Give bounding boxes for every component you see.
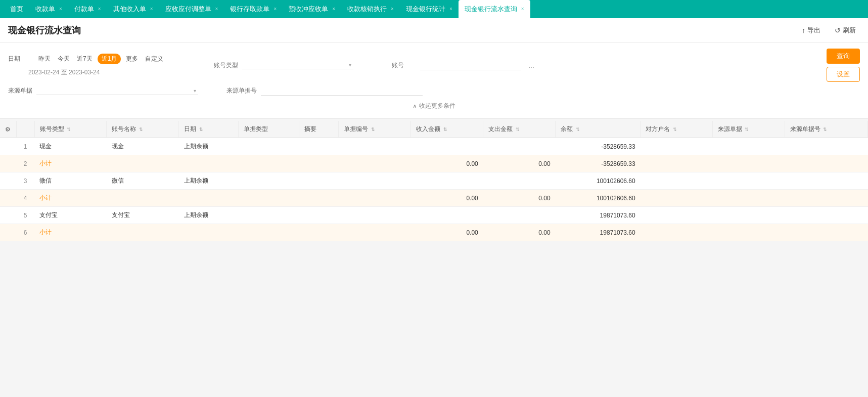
cell-date: 上期余额 [179,207,239,224]
close-icon[interactable]: × [59,0,62,18]
collapse-conditions-bar[interactable]: ∧ 收起更多条件 [8,100,860,112]
cell-doc-type [239,138,299,155]
cell-account-type: 小计 [34,190,107,207]
settings-button[interactable]: 设置 [827,67,860,82]
cell-balance: -3528659.33 [556,138,641,155]
cell-settings [0,190,16,207]
cell-doc-type [239,207,299,224]
export-button[interactable]: ↑ 导出 [798,24,825,37]
cell-expense: 0.00 [483,155,556,172]
chevron-down-icon-2: ▾ [194,88,196,94]
col-source-doc-num[interactable]: 来源单据号 ⇅ [785,121,868,138]
cell-source-doc [713,207,785,224]
account-ellipsis-button[interactable]: ... [525,60,537,70]
refresh-button[interactable]: ↺ 刷新 [831,24,860,37]
col-income[interactable]: 收入金额 ⇅ [411,121,483,138]
close-icon[interactable]: × [449,0,452,18]
source-doc-num-input[interactable] [261,86,423,96]
nav-tab-receipts[interactable]: 收款单 × [29,0,68,18]
cell-account-type: 现金 [34,138,107,155]
close-icon[interactable]: × [332,0,335,18]
cell-date [179,224,239,241]
close-icon[interactable]: × [391,0,394,18]
sort-icon: ⇅ [443,127,447,132]
cell-account-type: 支付宝 [34,207,107,224]
table-body: 1 现金 现金 上期余额 -3528659.33 2 小计 0.00 0.00 … [0,138,868,241]
account-type-select[interactable]: ▾ [242,61,353,69]
cell-balance: 19871073.60 [556,207,641,224]
col-row-num [16,121,34,138]
account-input[interactable] [420,61,521,70]
col-date[interactable]: 日期 ⇅ [179,121,239,138]
date-today-btn[interactable]: 今天 [56,54,72,64]
nav-tab-adjustments[interactable]: 应收应付调整单 × [159,0,224,18]
cell-row-num: 4 [16,190,34,207]
close-icon[interactable]: × [150,0,153,18]
data-table: ⚙ 账号类型 ⇅ 账号名称 ⇅ 日期 ⇅ 单据类型 摘要 单据编号 ⇅ 收入金额… [0,121,868,241]
page-title: 现金银行流水查询 [8,24,81,36]
account-type-label: 账号类型 [214,61,238,70]
close-icon[interactable]: × [521,0,524,18]
cell-source-doc [713,155,785,172]
cell-summary [299,172,339,190]
sort-icon: ⇅ [199,127,203,132]
cell-settings [0,207,16,224]
nav-tab-prepay-offset[interactable]: 预收冲应收单 × [283,0,341,18]
cell-summary [299,138,339,155]
sort-icon: ⇅ [139,127,143,132]
gear-icon: ⚙ [5,126,11,133]
cell-counterparty [641,190,713,207]
date-yesterday-btn[interactable]: 昨天 [36,54,53,64]
col-source-doc[interactable]: 来源单据 ⇅ [713,121,785,138]
cell-source-doc [713,138,785,155]
cell-income: 0.00 [411,155,483,172]
top-navigation: 首页 收款单 × 付款单 × 其他收入单 × 应收应付调整单 × 银行存取款单 … [0,0,868,18]
cell-counterparty [641,207,713,224]
table-settings-col[interactable]: ⚙ [0,121,16,138]
col-account-type[interactable]: 账号类型 ⇅ [34,121,107,138]
cell-expense: 0.00 [483,224,556,241]
cell-account-name [107,224,179,241]
cell-date [179,190,239,207]
close-icon[interactable]: × [215,0,218,18]
cell-counterparty [641,155,713,172]
cell-summary [299,155,339,172]
close-icon[interactable]: × [98,0,101,18]
col-account-name[interactable]: 账号名称 ⇅ [107,121,179,138]
col-doc-type: 单据类型 [239,121,299,138]
nav-tab-other-income[interactable]: 其他收入单 × [107,0,159,18]
date-more-btn[interactable]: 更多 [124,54,140,64]
cell-source-doc-num [785,172,868,190]
cell-source-doc [713,224,785,241]
cell-account-name [107,190,179,207]
source-doc-select[interactable]: ▾ [36,87,198,95]
nav-tab-cash-bank-stats[interactable]: 现金银行统计 × [400,0,459,18]
col-doc-number[interactable]: 单据编号 ⇅ [339,121,411,138]
date-range-display: 2023-02-24 至 2023-03-24 [28,69,100,76]
col-balance[interactable]: 余额 ⇅ [556,121,641,138]
table-row: 1 现金 现金 上期余额 -3528659.33 [0,138,868,155]
nav-tab-cash-bank-flow[interactable]: 现金银行流水查询 × [459,0,530,18]
date-1month-btn[interactable]: 近1月 [98,54,121,64]
cell-source-doc-num [785,207,868,224]
cell-income [411,172,483,190]
cell-counterparty [641,172,713,190]
nav-tab-collection-exec[interactable]: 收款核销执行 × [341,0,400,18]
cell-row-num: 5 [16,207,34,224]
cell-balance: 19871073.60 [556,224,641,241]
date-custom-btn[interactable]: 自定义 [143,54,165,64]
filter-row-2: 来源单据 ▾ 来源单据号 [8,86,860,96]
nav-home[interactable]: 首页 [4,0,29,18]
col-expense[interactable]: 支出金额 ⇅ [483,121,556,138]
collapse-up-icon: ∧ [413,103,417,110]
close-icon[interactable]: × [273,0,277,18]
col-counterparty[interactable]: 对方户名 ⇅ [641,121,713,138]
nav-tab-payments[interactable]: 付款单 × [68,0,107,18]
query-button[interactable]: 查询 [827,49,860,64]
cell-income: 0.00 [411,224,483,241]
cell-counterparty [641,138,713,155]
nav-tab-bank-deposits[interactable]: 银行存取款单 × [224,0,283,18]
cell-date: 上期余额 [179,138,239,155]
date-7days-btn[interactable]: 近7天 [75,54,95,64]
filter-area: 日期 昨天 今天 近7天 近1月 更多 自定义 2023-02-24 至 202… [0,42,868,119]
